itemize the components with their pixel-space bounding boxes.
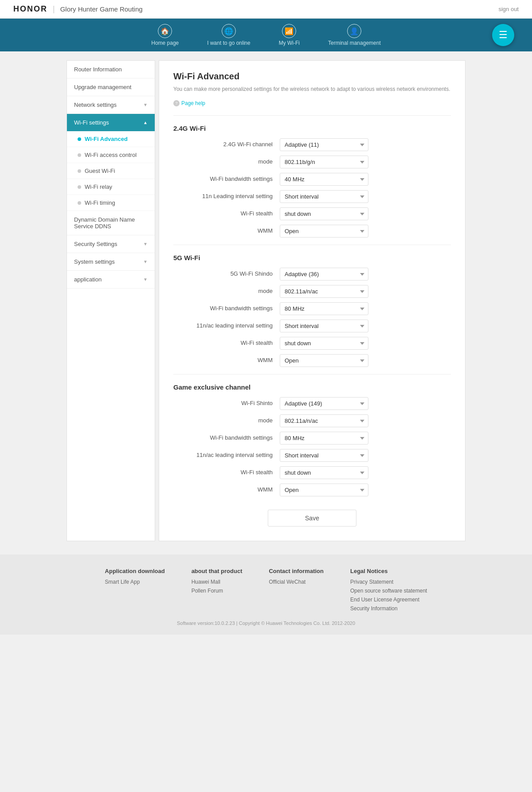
field-game-channel: Wi-Fi Shinto Adaptive (149)149153157161 [173, 397, 451, 410]
select-5g-interval[interactable]: Short intervalLong interval [280, 320, 368, 332]
sidebar-sub-guest-wifi[interactable]: Guest Wi-Fi [67, 163, 155, 179]
product-name: Glory Hunter Game Routing [60, 5, 143, 13]
sidebar-item-ddns[interactable]: Dynamic Domain Name Service DDNS [67, 211, 155, 235]
section-5g-title: 5G Wi-Fi [173, 254, 451, 261]
select-24g-bandwidth[interactable]: 40 MHz20 MHz20/40 MHz [280, 173, 368, 186]
page-help-link[interactable]: ? Page help [173, 100, 451, 106]
nav-wifi[interactable]: 📶 My Wi-Fi [274, 22, 305, 48]
sidebar-item-upgrade[interactable]: Upgrade management [67, 78, 155, 96]
dot-icon [78, 169, 81, 173]
brand-name: HONOR [13, 4, 47, 14]
field-5g-stealth: Wi-Fi stealth shut downenable [173, 337, 451, 350]
section-game-title: Game exclusive channel [173, 383, 451, 391]
sidebar-sub-wifi-access[interactable]: Wi-Fi access control [67, 147, 155, 163]
field-5g-mode: mode 802.11a/n/ac802.11a/n802.11ac [173, 285, 451, 298]
footer-item-security[interactable]: Security Information [350, 605, 427, 612]
select-24g-interval[interactable]: Short intervalLong interval [280, 190, 368, 203]
label-game-stealth: Wi-Fi stealth [173, 468, 280, 476]
select-5g-channel[interactable]: Adaptive (36)36404448 [280, 268, 368, 281]
field-5g-bandwidth: Wi-Fi bandwidth settings 80 MHz40 MHz20 … [173, 302, 451, 315]
select-game-channel[interactable]: Adaptive (149)149153157161 [280, 397, 368, 410]
footer-col-legal: Legal Notices Privacy Statement Open sou… [350, 568, 427, 612]
sidebar-item-security[interactable]: Security Settings ▼ [67, 235, 155, 253]
sidebar-item-system[interactable]: System settings ▼ [67, 253, 155, 271]
save-section: Save [173, 510, 451, 527]
footer-item-huawei-mall[interactable]: Huawei Mall [192, 579, 243, 585]
select-game-mode[interactable]: 802.11a/n/ac802.11a/n802.11ac [280, 414, 368, 427]
control-game-wmm: OpenClose [280, 484, 368, 496]
label-5g-wmm: WMM [173, 356, 280, 364]
field-24g-stealth: Wi-Fi stealth shut downenable [173, 207, 451, 220]
select-5g-bandwidth[interactable]: 80 MHz40 MHz20 MHz [280, 302, 368, 315]
label-5g-bandwidth: Wi-Fi bandwidth settings [173, 304, 280, 312]
footer-col-legal-title: Legal Notices [350, 568, 427, 574]
page-title: Wi-Fi Advanced [173, 71, 451, 82]
nav-more: ☰ [492, 24, 514, 46]
label-24g-channel: 2.4G Wi-Fi channel [173, 140, 280, 148]
footer-item-privacy[interactable]: Privacy Statement [350, 579, 427, 585]
footer-col-product: about that product Huawei Mall Pollen Fo… [192, 568, 243, 612]
dot-icon [78, 137, 81, 141]
footer-links: Application download Smart Life App abou… [18, 568, 514, 612]
label-24g-interval: 11n Leading interval setting [173, 192, 280, 200]
more-features-button[interactable]: ☰ [492, 24, 514, 46]
page-description: You can make more personalized settings … [173, 85, 451, 93]
select-5g-mode[interactable]: 802.11a/n/ac802.11a/n802.11ac [280, 285, 368, 298]
footer-col-download: Application download Smart Life App [105, 568, 165, 612]
nav-home[interactable]: 🏠 Home page [146, 22, 184, 48]
field-game-mode: mode 802.11a/n/ac802.11a/n802.11ac [173, 414, 451, 427]
field-5g-wmm: WMM OpenClose [173, 354, 451, 367]
sidebar-sub-wifi-timing[interactable]: Wi-Fi timing [67, 195, 155, 211]
control-24g-channel: Adaptive (11) 1611 [280, 138, 368, 151]
nav-wifi-label: My Wi-Fi [279, 40, 300, 46]
select-5g-stealth[interactable]: shut downenable [280, 337, 368, 350]
field-5g-channel: 5G Wi-Fi Shindo Adaptive (36)36404448 [173, 268, 451, 281]
footer-item-eula[interactable]: End User License Agreement [350, 597, 427, 603]
sidebar-sub-wifi-advanced[interactable]: Wi-Fi Advanced [67, 131, 155, 147]
footer-item-smartlife[interactable]: Smart Life App [105, 579, 165, 585]
control-24g-interval: Short intervalLong interval [280, 190, 368, 203]
select-game-wmm[interactable]: OpenClose [280, 484, 368, 496]
sidebar-sub-wifi-relay[interactable]: Wi-Fi relay [67, 179, 155, 195]
nav-terminal[interactable]: 👤 Terminal management [323, 22, 386, 48]
select-5g-wmm[interactable]: OpenClose [280, 354, 368, 367]
section-24g-title: 2.4G Wi-Fi [173, 125, 451, 132]
field-24g-channel: 2.4G Wi-Fi channel Adaptive (11) 1611 [173, 138, 451, 151]
sidebar-item-router-info[interactable]: Router Information [67, 61, 155, 78]
control-24g-bandwidth: 40 MHz20 MHz20/40 MHz [280, 173, 368, 186]
label-5g-channel: 5G Wi-Fi Shindo [173, 270, 280, 278]
select-game-bandwidth[interactable]: 80 MHz40 MHz20 MHz [280, 432, 368, 445]
footer-item-wechat[interactable]: Official WeChat [269, 579, 324, 585]
control-game-stealth: shut downenable [280, 466, 368, 479]
sidebar: Router Information Upgrade management Ne… [66, 60, 155, 541]
select-game-stealth[interactable]: shut downenable [280, 466, 368, 479]
brand: HONOR | Glory Hunter Game Routing [13, 4, 143, 14]
select-game-interval[interactable]: Short intervalLong interval [280, 449, 368, 462]
footer-item-pollen[interactable]: Pollen Forum [192, 588, 243, 594]
label-game-channel: Wi-Fi Shinto [173, 399, 280, 407]
select-24g-stealth[interactable]: shut downenable [280, 207, 368, 220]
content-area: Wi-Fi Advanced You can make more persona… [159, 60, 466, 541]
control-game-interval: Short intervalLong interval [280, 449, 368, 462]
save-button[interactable]: Save [268, 510, 356, 527]
select-24g-mode[interactable]: 802.11b/g/n 802.11b/g802.11n [280, 156, 368, 168]
control-5g-wmm: OpenClose [280, 354, 368, 367]
control-5g-stealth: shut downenable [280, 337, 368, 350]
nav-online[interactable]: 🌐 I want to go online [202, 22, 255, 48]
sign-out-button[interactable]: sign out [498, 6, 519, 12]
footer: Application download Smart Life App abou… [0, 554, 532, 635]
footer-item-opensource[interactable]: Open source software statement [350, 588, 427, 594]
field-game-bandwidth: Wi-Fi bandwidth settings 80 MHz40 MHz20 … [173, 432, 451, 445]
dot-icon [78, 201, 81, 205]
nav-home-label: Home page [151, 40, 179, 46]
field-game-wmm: WMM OpenClose [173, 484, 451, 496]
label-game-bandwidth: Wi-Fi bandwidth settings [173, 434, 280, 442]
divider-5g [173, 245, 451, 245]
label-5g-interval: 11n/ac leading interval setting [173, 322, 280, 330]
sidebar-section-wifi[interactable]: Wi-Fi settings ▲ [67, 114, 155, 131]
sidebar-item-network[interactable]: Network settings ▼ [67, 96, 155, 114]
sidebar-item-application[interactable]: application ▼ [67, 271, 155, 289]
select-24g-channel[interactable]: Adaptive (11) 1611 [280, 138, 368, 151]
select-24g-wmm[interactable]: OpenClose [280, 225, 368, 238]
chevron-down-icon: ▼ [143, 259, 148, 264]
